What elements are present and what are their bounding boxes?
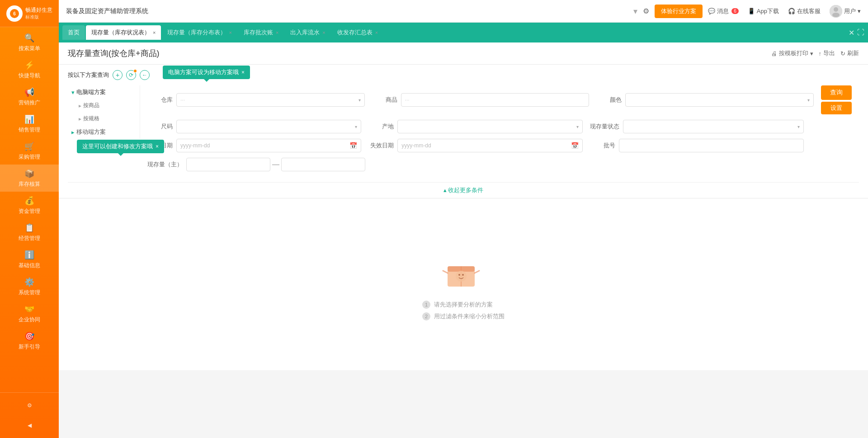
export-btn[interactable]: ↑ 导出 <box>819 49 835 57</box>
origin-select[interactable]: ▾ <box>397 120 582 133</box>
svg-line-12 <box>475 271 479 273</box>
filter-add-btn[interactable]: + <box>113 70 123 80</box>
system-icon: ⚙️ <box>24 277 34 287</box>
goods-label: 商品 <box>372 96 397 104</box>
sidebar-item-cooperation[interactable]: 🤝 企业协同 <box>0 300 59 327</box>
tab-home[interactable]: 首页 <box>62 25 85 40</box>
print-dropdown-icon: ▾ <box>810 50 813 57</box>
svg-point-9 <box>458 274 460 276</box>
warehouse-dropdown-icon: ▾ <box>359 98 361 103</box>
tab-close-inventory-dist[interactable]: × <box>229 30 231 35</box>
tab-close-inventory-status[interactable]: × <box>153 30 156 35</box>
filter-field-color: 颜色 ▾ <box>596 93 814 107</box>
message-btn[interactable]: 💬 消息 6 <box>708 7 739 15</box>
sidebar-item-nav[interactable]: ⚡ 快捷导航 <box>0 56 59 83</box>
sidebar-collapse[interactable]: ◀ <box>0 416 59 434</box>
topbar-settings-icon[interactable]: ⚙ <box>643 7 649 15</box>
scheme-by-spec[interactable]: ▸ 按规格 <box>75 112 138 125</box>
reset-btn[interactable]: 设置 <box>821 102 852 114</box>
tab-batch-account[interactable]: 库存批次账 × <box>238 25 284 40</box>
filter-field-batch: 批号 <box>590 139 804 152</box>
svg-text:6: 6 <box>13 11 16 16</box>
sidebar-item-operation[interactable]: 📋 经营管理 <box>0 219 59 246</box>
goods-select[interactable]: ··· <box>401 93 590 107</box>
scheme-mobile-arrow: ▸ <box>71 129 75 136</box>
scheme-mobile[interactable]: ▸ 移动端方案 <box>68 125 138 139</box>
tab-close-batch-account[interactable]: × <box>276 30 278 35</box>
scheme-tree: ▾ 电脑端方案 ▸ 按商品 ▸ 按规格 ▸ <box>68 85 140 139</box>
app-icon: 📱 <box>748 8 755 14</box>
color-select[interactable]: ▾ <box>625 93 814 107</box>
sidebar-item-marketing[interactable]: 📢 营销推广 <box>0 83 59 110</box>
filter-field-stock-status: 现存量状态 ▾ <box>590 120 804 133</box>
user-dropdown-icon: ▾ <box>858 8 861 14</box>
filter-edit-btn[interactable]: ⟳ <box>126 70 136 80</box>
search-btn-group: 查询 设置 <box>821 85 852 114</box>
tooltip2-close[interactable]: × <box>156 143 159 150</box>
topbar-right: 💬 消息 6 📱 App下载 🎧 在线客服 <box>708 5 861 18</box>
tab-close-flow[interactable]: × <box>322 30 325 35</box>
filter-header: 按以下方案查询 + ⟳ ← 电脑方案可设为移动方案哦 × <box>68 70 859 80</box>
size-select[interactable]: ▾ <box>176 120 361 133</box>
svg-line-11 <box>443 271 448 273</box>
sidebar-settings[interactable]: ⚙ <box>0 396 59 414</box>
tab-inventory-status[interactable]: 现存量（库存状况表） × <box>86 25 161 40</box>
tab-maximize-icon[interactable]: ⛶ <box>857 28 864 37</box>
empty-state-container: 1 请先选择要分析的方案 2 用过滤条件来缩小分析范围 <box>59 198 868 370</box>
marketing-icon: 📢 <box>24 87 34 97</box>
filter-back-btn[interactable]: ← <box>140 70 150 80</box>
refresh-btn[interactable]: ↻ 刷新 <box>840 49 859 57</box>
message-icon: 💬 <box>708 8 715 14</box>
search-btn[interactable]: 查询 <box>821 85 852 100</box>
stock-range-max[interactable] <box>281 158 365 171</box>
search-icon: 🔍 <box>24 33 34 43</box>
sidebar-item-purchase[interactable]: 🛒 采购管理 <box>0 137 59 165</box>
sidebar-item-system[interactable]: ⚙️ 系统管理 <box>0 273 59 300</box>
prod-date-input[interactable]: yyyy-mm-dd 📅 <box>176 139 361 152</box>
dropdown-arrow-icon[interactable]: ▾ <box>633 6 637 16</box>
warehouse-select[interactable]: ··· ▾ <box>176 93 365 107</box>
origin-dropdown-icon: ▾ <box>576 124 579 129</box>
nav-icon: ⚡ <box>24 60 34 70</box>
sidebar-item-inventory[interactable]: 📦 库存核算 <box>0 165 59 192</box>
empty-illustration <box>441 248 486 293</box>
filter-section: 按以下方案查询 + ⟳ ← 电脑方案可设为移动方案哦 × <box>59 65 868 198</box>
topbar: 装备及固定资产辅助管理系统 ▾ ⚙ 体验行业方案 💬 消息 6 📱 App下载 … <box>59 0 868 23</box>
collapse-bar[interactable]: ▴ 收起更多条件 <box>68 182 859 198</box>
logo-text: 畅通好生意 标准版 <box>25 7 52 20</box>
sidebar-item-search[interactable]: 🔍 搜索菜单 <box>0 29 59 56</box>
tab-summary[interactable]: 收发存汇总表 × <box>332 25 383 40</box>
page-title: 现存量查询(按仓库+商品) <box>68 48 160 59</box>
stock-status-select[interactable]: ▾ <box>623 120 804 133</box>
tab-close-all-icon[interactable]: ✕ <box>849 28 854 37</box>
app-download-btn[interactable]: 📱 App下载 <box>748 7 779 15</box>
print-icon: 🖨 <box>771 50 777 57</box>
sidebar-item-sales[interactable]: 📊 销售管理 <box>0 110 59 137</box>
filter-row-1: 仓库 ··· ▾ 商品 ··· <box>147 85 852 114</box>
filter-field-warehouse: 仓库 ··· ▾ <box>147 93 365 107</box>
tooltip1-close[interactable]: × <box>241 69 245 75</box>
tooltip-scheme-edit: 这里可以创建和修改方案哦 × <box>77 140 164 153</box>
sidebar-bottom: ⚙ ◀ <box>0 392 59 438</box>
industry-btn[interactable]: 体验行业方案 <box>655 5 703 18</box>
collapse-icon: ◀ <box>28 422 32 429</box>
sidebar-item-guide[interactable]: 🎯 新手引导 <box>0 327 59 354</box>
sidebar-item-basic[interactable]: ℹ️ 基础信息 <box>0 246 59 273</box>
inventory-icon: 📦 <box>24 169 34 179</box>
scheme-by-goods-arrow: ▸ <box>79 103 81 109</box>
tab-flow[interactable]: 出入库流水 × <box>285 25 330 40</box>
filter-field-expire-date: 失效日期 yyyy-mm-dd 📅 <box>368 139 582 152</box>
batch-input[interactable] <box>619 139 804 152</box>
scheme-by-goods[interactable]: ▸ 按商品 <box>75 99 138 112</box>
scheme-desktop[interactable]: ▾ 电脑端方案 <box>68 85 138 99</box>
stock-status-dropdown-icon: ▾ <box>797 124 800 129</box>
tab-inventory-dist[interactable]: 现存量（库存分布表） × <box>162 25 237 40</box>
print-btn[interactable]: 🖨 按模板打印 ▾ <box>771 49 813 57</box>
service-btn[interactable]: 🎧 在线客服 <box>788 7 821 15</box>
tab-close-summary[interactable]: × <box>375 30 378 35</box>
expire-date-input[interactable]: yyyy-mm-dd 📅 <box>397 139 582 152</box>
page-actions: 🖨 按模板打印 ▾ ↑ 导出 ↻ 刷新 <box>771 49 859 57</box>
user-btn[interactable]: 用户 ▾ <box>830 5 861 18</box>
stock-range-min[interactable] <box>186 158 270 171</box>
sidebar-item-finance[interactable]: 💰 资金管理 <box>0 192 59 219</box>
